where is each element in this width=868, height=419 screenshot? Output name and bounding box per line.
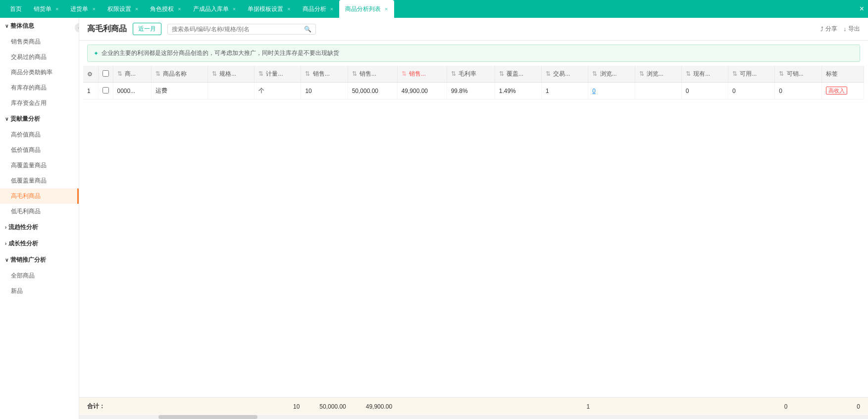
col-sort-icon[interactable]: ⇅ [402, 70, 407, 77]
col-sort-icon[interactable]: ⇅ [499, 70, 504, 77]
col-sort-icon[interactable]: ⇅ [212, 70, 217, 77]
info-message: 企业的主要的利润都是这部分商品创造的，可考虑加大推广，同时关注库存是不要出现缺货 [102, 49, 339, 57]
sidebar-item-sales-goods[interactable]: 销售类商品 [0, 34, 79, 49]
sidebar-item-traded-goods[interactable]: 交易过的商品 [0, 49, 79, 65]
horizontal-scrollbar[interactable] [79, 415, 868, 419]
search-input[interactable] [172, 26, 301, 33]
col-browse2: ⇅ 浏览... [635, 66, 681, 83]
cell-sales-qty: 10 [301, 83, 348, 99]
time-filter-button[interactable]: 近一月 [133, 23, 161, 35]
tab-role-auth[interactable]: 角色授权 × [144, 0, 187, 18]
col-code: ⇅ 商... [113, 66, 151, 83]
sidebar-item-high-value[interactable]: 高价值商品 [0, 127, 79, 142]
content-area: 高毛利商品 近一月 🔍 ⤴ 分享 ↓ 导出 ✦ 企业的主要的利润都是这部分商品创… [79, 18, 868, 419]
close-icon[interactable]: × [287, 6, 290, 12]
tab-product-analysis[interactable]: 商品分析 × [297, 0, 339, 18]
sidebar-group-trend[interactable]: › 流趋性分析 [0, 219, 79, 235]
sidebar-item-high-coverage[interactable]: 高覆盖量商品 [0, 158, 79, 173]
close-icon[interactable]: × [330, 6, 333, 12]
close-icon[interactable]: × [135, 6, 138, 12]
close-icon[interactable]: × [178, 6, 181, 12]
sidebar-item-category-purchase-rate[interactable]: 商品分类助购率 [0, 65, 79, 80]
sidebar-item-in-stock-goods[interactable]: 有库存的商品 [0, 80, 79, 95]
sidebar-item-low-margin[interactable]: 低毛利商品 [0, 204, 79, 219]
sidebar-item-all-goods[interactable]: 全部商品 [0, 268, 79, 283]
close-icon[interactable]: × [92, 6, 95, 12]
browse1-link[interactable]: 0 [592, 88, 596, 94]
col-sort-icon[interactable]: ⇅ [117, 70, 122, 77]
col-sort-icon[interactable]: ⇅ [305, 70, 310, 77]
sidebar-group-marketing[interactable]: ∨ 营销推广分析 [0, 252, 79, 268]
col-sort-icon[interactable]: ⇅ [352, 70, 357, 77]
tab-sales-order[interactable]: 销货单 × [28, 0, 64, 18]
page-title: 高毛利商品 [87, 24, 127, 34]
tab-template-settings[interactable]: 单据模板设置 × [242, 0, 296, 18]
col-sort-icon[interactable]: ⇅ [779, 70, 784, 77]
tab-product-analysis-list[interactable]: 商品分析列表 × [339, 0, 394, 18]
footer-sales-qty: 10 [293, 403, 300, 410]
cell-spec [207, 83, 254, 99]
scrollbar-thumb[interactable] [158, 415, 257, 419]
col-sort-icon[interactable]: ⇅ [639, 70, 644, 77]
col-transaction: ⇅ 交易... [542, 66, 588, 83]
cell-checkbox[interactable] [98, 83, 113, 99]
info-bar: ✦ 企业的主要的利润都是这部分商品创造的，可考虑加大推广，同时关注库存是不要出现… [87, 45, 860, 62]
window-close-button[interactable]: × [860, 4, 864, 13]
col-settings[interactable]: ⚙ [83, 66, 98, 83]
col-name: ⇅ 商品名称 [151, 66, 207, 83]
tab-permission-settings[interactable]: 权限设置 × [102, 0, 144, 18]
col-sales-amount: ⇅ 销售... [348, 66, 397, 83]
col-checkbox[interactable] [98, 66, 113, 83]
footer-stock-sell: 0 [857, 403, 860, 410]
share-button[interactable]: ⤴ 分享 [820, 25, 837, 33]
chevron-right-icon: › [5, 241, 6, 246]
table-wrapper[interactable]: ⚙ ⇅ 商... ⇅ 商品名称 [79, 66, 868, 397]
cell-name: 运费 [151, 83, 207, 99]
footer-totals-bar: 合计： 10 50,000.00 49,900.00 1 0 0 [79, 397, 868, 415]
col-sort-icon[interactable]: ⇅ [592, 70, 597, 77]
sidebar-group-growth[interactable]: › 成长性分析 [0, 235, 79, 252]
col-sort-icon[interactable]: ⇅ [451, 70, 456, 77]
cell-code: 0000... [113, 83, 151, 99]
sidebar-item-low-value[interactable]: 低价值商品 [0, 142, 79, 158]
sidebar-group-overview[interactable]: ∨ 整体信息 [0, 18, 79, 34]
sidebar: « ∨ 整体信息 销售类商品 交易过的商品 商品分类助购率 有库存的商品 库存资… [0, 18, 79, 419]
header-actions: ⤴ 分享 ↓ 导出 [820, 25, 860, 33]
settings-icon[interactable]: ⚙ [87, 71, 93, 78]
export-button[interactable]: ↓ 导出 [843, 25, 860, 33]
col-margin-rate: ⇅ 毛利率 [447, 66, 495, 83]
chevron-down-icon: ∨ [5, 116, 8, 122]
close-icon[interactable]: × [385, 6, 388, 12]
sidebar-item-low-coverage[interactable]: 低覆盖量商品 [0, 173, 79, 188]
sidebar-item-new-products[interactable]: 新品 [0, 283, 79, 299]
tab-purchase-order[interactable]: 进货单 × [64, 0, 101, 18]
select-all-checkbox[interactable] [102, 70, 109, 77]
close-icon[interactable]: × [55, 6, 58, 12]
cell-transaction: 1 [542, 83, 588, 99]
cell-stock-sell: 0 [775, 83, 821, 99]
sidebar-item-stock-capital[interactable]: 库存资金占用 [0, 95, 79, 111]
col-sort-icon[interactable]: ⇅ [686, 70, 691, 77]
table-row: 1 0000... 运费 个 10 50,000.00 49,900.00 99… [83, 83, 864, 99]
cell-browse1[interactable]: 0 [588, 83, 635, 99]
search-icon[interactable]: 🔍 [304, 26, 311, 33]
cell-coverage: 1.49% [495, 83, 541, 99]
footer-sales-profit: 49,900.00 [366, 403, 392, 410]
tab-home[interactable]: 首页 [4, 0, 28, 18]
cell-browse2 [635, 83, 681, 99]
row-checkbox[interactable] [102, 87, 109, 93]
data-table: ⚙ ⇅ 商... ⇅ 商品名称 [83, 66, 864, 99]
sidebar-item-high-margin[interactable]: 高毛利商品 [0, 188, 79, 204]
col-sort-icon[interactable]: ⇅ [546, 70, 551, 77]
col-unit: ⇅ 计量... [255, 66, 301, 83]
col-sort-icon[interactable]: ⇅ [258, 70, 263, 77]
close-icon[interactable]: × [233, 6, 236, 12]
col-sort-icon[interactable]: ⇅ [732, 70, 737, 77]
sidebar-group-contribution[interactable]: ∨ 贡献量分析 [0, 111, 79, 127]
tab-finished-goods[interactable]: 产成品入库单 × [187, 0, 242, 18]
col-sort-icon[interactable]: ⇅ [155, 70, 160, 77]
col-spec: ⇅ 规格... [207, 66, 254, 83]
col-stock-cur: ⇅ 现有... [681, 66, 728, 83]
cell-stock-cur: 0 [681, 83, 728, 99]
main-layout: « ∨ 整体信息 销售类商品 交易过的商品 商品分类助购率 有库存的商品 库存资… [0, 18, 868, 419]
